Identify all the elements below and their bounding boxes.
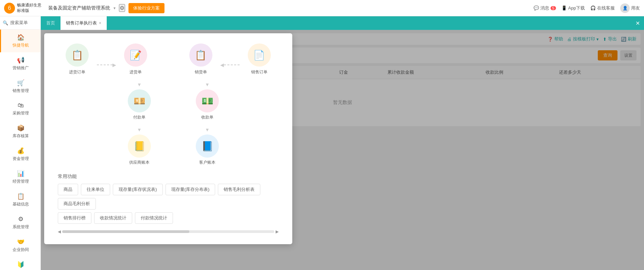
sidebar: 🔍 搜索菜单 🏠 快捷导航 📢 营销推广 🛒 销售管理 🛍 采购管理 📦 [0,16,41,270]
system-title: 装备及固定资产辅助管理系统 [48,5,110,11]
sidebar-item-basic-info[interactable]: 📋 基础信息 [0,188,40,211]
tab-bar-close-button[interactable]: ✕ [636,20,640,26]
avatar: 👤 [620,3,630,13]
cf-btn-counterpart[interactable]: 往来单位 [81,184,110,195]
top-bar-actions: 💬 消息 5 📱 App下载 🎧 在线客服 👤 用友 [534,3,640,13]
tab-sales-order-label: 销售订单执行表 [66,20,97,26]
common-functions: 常用功能 商品 往来单位 现存量(库存状况表) 现存量(库存分布表) 销售毛利分… [58,174,279,224]
sidebar-item-system[interactable]: ⚙ 系统管理 [0,211,40,234]
sales-order-label: 销售订单 [251,69,267,75]
inner-content: ❓ 帮助 🖨 按模板打印 ▾ ⬆ 导出 🔄 刷新 [41,30,644,270]
sidebar-label-basic-info: 基础信息 [13,201,29,207]
trial-button[interactable]: 体验行业方案 [128,3,164,13]
search-label: 搜索菜单 [10,20,28,26]
search-icon: 🔍 [3,20,8,25]
scroll-bar: ◀ ▶ [58,229,279,234]
app-download-icon: 📱 [561,5,567,11]
scroll-right-arrow[interactable]: ▶ [276,229,279,234]
finance-icon: 💰 [17,147,24,155]
system-icon: ⚙ [18,215,23,223]
sidebar-item-marketing[interactable]: 📢 营销推广 [0,52,40,75]
receipt-icon: 💵 [196,89,219,112]
home-icon: 🏠 [17,34,24,41]
sidebar-label-purchase: 采购管理 [13,110,29,116]
user-menu-button[interactable]: 👤 用友 [620,3,640,13]
scroll-thumb[interactable] [62,230,189,233]
sidebar-item-quick-nav[interactable]: 🏠 快捷导航 [0,30,40,52]
sidebar-item-enterprise[interactable]: 🤝 企业协同 [0,234,40,257]
online-service-label: 在线客服 [597,5,615,11]
sidebar-search[interactable]: 🔍 搜索菜单 [0,16,40,30]
content-area: 首页 销售订单执行表 × ✕ ❓ 帮助 🖨 按 [41,16,644,270]
purchase-order-label: 进货订单 [69,69,85,75]
sidebar-item-inventory[interactable]: 📦 库存核算 [0,120,40,143]
flow-row-1: 📋 进货订单 ▶ 📝 [58,43,279,75]
main-area: 🔍 搜索菜单 🏠 快捷导航 📢 营销推广 🛒 销售管理 🛍 采购管理 📦 [0,16,644,270]
cf-btn-product[interactable]: 商品 [58,184,78,195]
tab-close-icon[interactable]: × [99,21,101,25]
app-download-button[interactable]: 📱 App下载 [561,5,585,11]
sidebar-label-operations: 经营管理 [13,179,29,184]
node-sales-bill[interactable]: 📋 销货单 [181,43,220,75]
sidebar-label-sales: 销售管理 [13,88,29,94]
sidebar-label-finance: 资金管理 [13,156,29,162]
sidebar-item-purchase[interactable]: 🛍 采购管理 [0,98,40,120]
cf-buttons-row2: 销售排行榜 收款情况统计 付款情况统计 [58,212,279,224]
sidebar-item-guide[interactable]: 🔰 新手引导 [0,257,40,270]
cf-btn-sales-profit[interactable]: 销售毛利分析表 [218,184,260,195]
flow-row-3: ▼ 📒 供应商账本 ▼ 📘 客户账本 [58,127,279,165]
cf-btn-sales-rank[interactable]: 销售排行榜 [58,212,91,224]
logo-icon: 6 [4,3,15,14]
node-purchase-bill[interactable]: 📝 进货单 [116,43,155,75]
scroll-left-arrow[interactable]: ◀ [58,229,61,234]
cf-btn-product-profit[interactable]: 商品毛利分析 [58,198,96,210]
tab-sales-order[interactable]: 销售订单执行表 × [60,16,107,30]
payment-icon: 💴 [128,89,151,112]
sidebar-label-inventory: 库存核算 [13,133,29,139]
logo-area: 6 畅康通好生意 标准版 [4,3,45,14]
cf-buttons-row1: 商品 往来单位 现存量(库存状况表) 现存量(库存分布表) 销售毛利分析表 商品… [58,184,279,210]
operations-icon: 📊 [17,170,24,177]
sidebar-label-enterprise: 企业协同 [13,247,29,253]
sidebar-item-sales[interactable]: 🛒 销售管理 [0,75,40,98]
tab-home-label: 首页 [46,20,55,26]
top-bar: 6 畅康通好生意 标准版 装备及固定资产辅助管理系统 ▾ ⚙ 体验行业方案 💬 … [0,0,644,16]
modal: 📋 进货订单 ▶ 📝 [44,33,292,244]
scroll-track[interactable] [62,230,274,233]
settings-button[interactable]: ⚙ [119,4,125,12]
app-download-label: App下载 [568,5,585,11]
sidebar-item-operations[interactable]: 📊 经营管理 [0,166,40,188]
payment-label: 付款单 [133,114,145,120]
receipt-label: 收款单 [201,114,213,120]
supplier-ledger-label: 供应商账本 [129,160,150,165]
purchase-order-icon: 📋 [66,43,89,67]
sidebar-label-system: 系统管理 [13,224,29,230]
tab-bar: 首页 销售订单执行表 × ✕ [41,16,644,30]
purchase-bill-label: 进货单 [129,69,142,75]
sales-bill-label: 销货单 [195,69,207,75]
guide-icon: 🔰 [17,261,24,268]
cf-btn-stock-dist[interactable]: 现存量(库存分布表) [166,184,215,195]
message-badge: 5 [551,6,556,10]
tab-home[interactable]: 首页 [41,16,60,30]
sidebar-item-finance[interactable]: 💰 资金管理 [0,143,40,166]
modal-overlay: 📋 进货订单 ▶ 📝 [41,30,644,270]
flow-section: 📋 进货订单 ▶ 📝 [58,43,279,165]
system-dropdown-arrow[interactable]: ▾ [114,6,116,11]
common-functions-title: 常用功能 [58,174,279,180]
marketing-icon: 📢 [17,56,24,64]
cf-btn-payment-stats[interactable]: 付款情况统计 [135,212,173,224]
basic-info-icon: 📋 [17,193,24,200]
cf-btn-stock-status[interactable]: 现存量(库存状况表) [113,184,163,195]
node-purchase-order[interactable]: 📋 进货订单 [58,43,97,75]
app-wrapper: 6 畅康通好生意 标准版 装备及固定资产辅助管理系统 ▾ ⚙ 体验行业方案 💬 … [0,0,644,270]
cf-btn-receipt-stats[interactable]: 收款情况统计 [94,212,132,224]
user-label: 用友 [631,5,640,11]
sales-icon: 🛒 [17,79,24,87]
node-sales-order[interactable]: 📄 销售订单 [240,43,279,75]
message-label: 消息 [540,5,549,11]
online-service-button[interactable]: 🎧 在线客服 [590,5,615,11]
supplier-ledger-icon: 📒 [128,134,151,158]
sales-bill-icon: 📋 [189,43,212,67]
message-button[interactable]: 💬 消息 5 [534,5,556,11]
